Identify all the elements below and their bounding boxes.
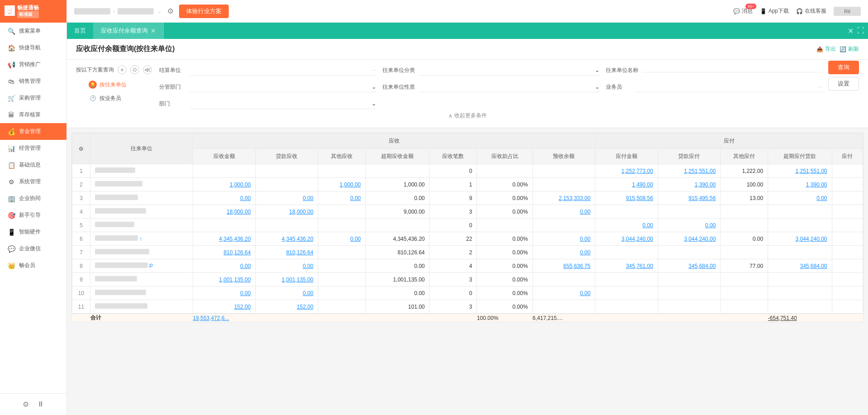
row-cell[interactable]: 3,044,240.00: [768, 232, 832, 246]
sidebar-item-marketing[interactable]: 📢 营销推广: [0, 56, 66, 73]
sidebar-item-hardware[interactable]: 📱 智能硬件: [0, 224, 66, 240]
row-cell[interactable]: 1,251,551.00: [658, 164, 721, 178]
message-button[interactable]: 💬 消息 99+: [733, 7, 753, 15]
row-cell[interactable]: 152.00: [255, 300, 318, 314]
row-cell[interactable]: 0.00: [193, 259, 256, 273]
row-cell[interactable]: 0.00: [533, 286, 595, 300]
user-avatar[interactable]: Rit: [834, 7, 861, 16]
footer-ar-total[interactable]: 19,553,472,6...: [193, 314, 256, 322]
row-cell[interactable]: 0.00: [193, 191, 256, 205]
row-cell: 3: [429, 300, 477, 314]
row-cell[interactable]: 1,001,135.00: [255, 273, 318, 286]
row-cell[interactable]: 810,126.64: [193, 246, 256, 259]
partner-nature-input[interactable]: ⌄: [419, 82, 599, 92]
sidebar-item-ops[interactable]: 📊 经营管理: [0, 140, 66, 157]
tab-close-window-icon[interactable]: ✕: [848, 27, 854, 35]
row-cell: 13.00: [721, 191, 768, 205]
breadcrumb-expand-icon[interactable]: ⌄: [157, 8, 162, 14]
row-cell[interactable]: 0.00: [595, 219, 658, 232]
dept-manager-input[interactable]: ⌄: [190, 82, 376, 92]
app-download-button[interactable]: 📱 App下载: [760, 7, 789, 15]
settlement-unit-input[interactable]: ···: [190, 65, 376, 76]
sidebar-item-guide[interactable]: 🎯 新手引导: [0, 207, 66, 224]
row-cell[interactable]: 915,508.56: [595, 191, 658, 205]
col-settings-header[interactable]: ⚙: [72, 134, 90, 164]
sidebar-item-member[interactable]: 👑 畅会员: [0, 257, 66, 274]
row-cell[interactable]: 345,684.00: [768, 259, 832, 273]
row-cell[interactable]: 4,345,436.20: [255, 232, 318, 246]
online-service-button[interactable]: 🎧 在线客服: [796, 7, 826, 15]
department-input[interactable]: ⌄: [190, 99, 376, 109]
sidebar-footer-settings[interactable]: ⚙: [21, 398, 31, 410]
sidebar-item-funds[interactable]: 💰 资金管理: [0, 123, 66, 140]
row-cell[interactable]: 18,000.00: [255, 205, 318, 219]
row-cell[interactable]: 0.00: [533, 246, 595, 259]
row-cell[interactable]: 0.00: [255, 191, 318, 205]
footer-ap-overdue[interactable]: -654,751.40: [768, 314, 832, 322]
row-cell[interactable]: 4,345,436.20: [193, 232, 256, 246]
partner-category-input[interactable]: ⌄: [419, 65, 599, 76]
row-cell[interactable]: 1,251,551.00: [768, 164, 832, 178]
row-cell[interactable]: 0.00: [193, 286, 256, 300]
row-cell[interactable]: 1,000.00: [193, 178, 256, 191]
row-cell[interactable]: 0.00: [768, 191, 832, 205]
filter-option-salesperson[interactable]: 🕐 按业务员: [85, 92, 152, 104]
sidebar-footer-collapse[interactable]: ⏸: [35, 398, 46, 410]
row-cell: 0.00%: [477, 286, 533, 300]
salesperson-input[interactable]: ···: [637, 82, 823, 92]
filter-add-button[interactable]: +: [118, 65, 127, 74]
sidebar-item-purchase[interactable]: 🛒 采购管理: [0, 90, 66, 106]
filter-collapse-button[interactable]: ≪: [143, 65, 152, 74]
sidebar-item-system[interactable]: ⚙ 系统管理: [0, 173, 66, 190]
tab-home[interactable]: 首页: [67, 23, 94, 39]
sidebar-item-inventory[interactable]: 🏛 库存核算: [0, 106, 66, 123]
row-cell[interactable]: 1,000.00: [318, 178, 366, 191]
row-cell: [832, 178, 863, 191]
sidebar-item-corp[interactable]: 🏢 企业协同: [0, 190, 66, 207]
row-cell[interactable]: 0.00: [658, 219, 721, 232]
row-cell[interactable]: 1,390.00: [658, 178, 721, 191]
row-cell[interactable]: 2,153,333.00: [533, 191, 595, 205]
footer-ar-other: [318, 314, 366, 322]
row-cell[interactable]: 655,636.75: [533, 259, 595, 273]
tab-maximize-icon[interactable]: ⛶: [857, 27, 864, 35]
row-cell[interactable]: 1,390.00: [768, 178, 832, 191]
row-cell[interactable]: 152.00: [193, 300, 256, 314]
table-settings-icon[interactable]: ⚙: [79, 146, 84, 152]
row-cell[interactable]: 1,001,135.00: [193, 273, 256, 286]
sidebar-item-wechat[interactable]: 💬 企业微信: [0, 240, 66, 257]
export-button[interactable]: 📤 导出: [816, 45, 836, 53]
collapse-more-button[interactable]: ∧ 收起更多条件: [76, 109, 859, 122]
row-cell[interactable]: 0.00: [255, 286, 318, 300]
row-cell[interactable]: 3,044,240.00: [595, 232, 658, 246]
row-cell[interactable]: 0.00: [533, 232, 595, 246]
row-cell[interactable]: 1,252,773.00: [595, 164, 658, 178]
refresh-button[interactable]: 🔄 刷新: [840, 45, 859, 53]
row-cell[interactable]: 345,684.00: [658, 259, 721, 273]
row-cell: [658, 286, 721, 300]
sidebar-item-sales[interactable]: 🛍 销售管理: [0, 73, 66, 90]
row-cell[interactable]: 0.00: [255, 259, 318, 273]
partner-name-input[interactable]: [642, 68, 823, 72]
row-cell[interactable]: 0.00: [533, 205, 595, 219]
row-cell[interactable]: 1,490.00: [595, 178, 658, 191]
row-cell[interactable]: 810,126.64: [255, 246, 318, 259]
tab-close-icon[interactable]: ✕: [151, 27, 156, 34]
settings-button[interactable]: 设置: [828, 77, 859, 91]
row-cell[interactable]: 345,761.00: [595, 259, 658, 273]
query-button[interactable]: 查询: [828, 61, 859, 74]
filter-option-partner[interactable]: 💡 按往来单位: [85, 79, 152, 91]
row-cell[interactable]: 915,495.56: [658, 191, 721, 205]
row-cell[interactable]: 0.00: [318, 191, 366, 205]
sidebar-item-quicknav[interactable]: 🏠 快捷导航: [0, 39, 66, 56]
tab-ar-query[interactable]: 应收应付余额查询 ✕: [94, 23, 164, 39]
row-cell[interactable]: 18,000.00: [193, 205, 256, 219]
row-cell[interactable]: 0.00: [318, 232, 366, 246]
sidebar-item-basic[interactable]: 📋 基础信息: [0, 157, 66, 173]
filter-target-button[interactable]: ⊙: [130, 65, 139, 74]
topbar-settings-icon[interactable]: ⚙: [167, 7, 174, 15]
solution-button[interactable]: 体验行业方案: [179, 5, 229, 18]
sidebar-item-search[interactable]: 🔍 搜索菜单: [0, 23, 66, 39]
row-cell: 0.00%: [477, 246, 533, 259]
row-cell[interactable]: 3,044,240.00: [658, 232, 721, 246]
